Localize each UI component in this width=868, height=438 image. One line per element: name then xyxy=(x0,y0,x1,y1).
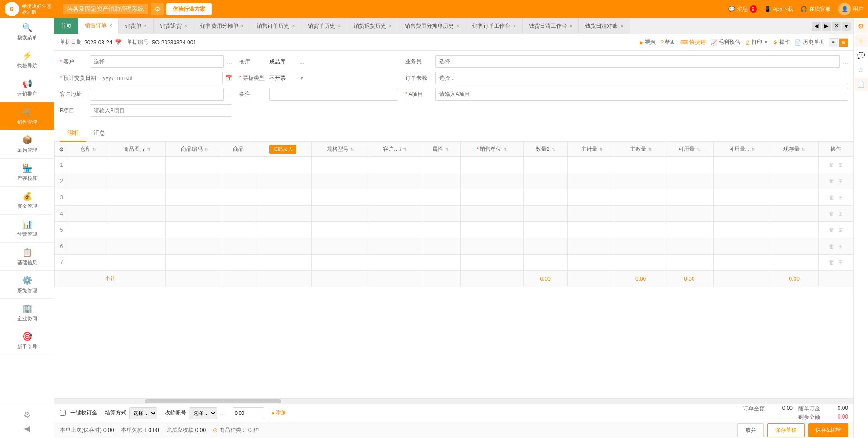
row-3-available-qty2[interactable] xyxy=(714,189,770,206)
row-6-main-unit[interactable] xyxy=(568,238,616,255)
row-5-properties[interactable] xyxy=(421,222,461,238)
add-button[interactable]: ● 添加 xyxy=(272,409,286,417)
row-6-product[interactable] xyxy=(223,238,254,255)
row-7-copy-icon[interactable]: ⊞ xyxy=(838,259,843,265)
discard-button[interactable]: 放弃 xyxy=(737,423,764,437)
row-4-product-img[interactable] xyxy=(108,206,165,222)
row-5-main-unit[interactable] xyxy=(568,222,616,238)
sidebar-item-purchase[interactable]: 📦 采购管理 xyxy=(0,130,54,159)
sort-product-img-icon[interactable]: ⇅ xyxy=(147,147,150,152)
row-2-spec[interactable] xyxy=(311,173,369,189)
row-3-product-img[interactable] xyxy=(108,189,165,206)
notes-input[interactable] xyxy=(269,88,398,101)
tab-sales-order[interactable]: 销售订单 × xyxy=(78,18,119,34)
row-4-available-qty2[interactable] xyxy=(714,206,770,222)
calendar-icon[interactable]: 📅 xyxy=(115,39,121,46)
th-main-qty[interactable]: 主数量 ⇅ xyxy=(616,142,665,157)
tab-close-all-btn[interactable]: ✕ xyxy=(832,22,841,31)
amount-input[interactable] xyxy=(233,407,264,419)
row-3-customer-code[interactable] xyxy=(369,189,421,206)
tab-prev-btn[interactable]: ◀ xyxy=(812,22,821,31)
tab-cash-daily-reconcile[interactable]: 钱货日清对账 × xyxy=(579,18,630,34)
sort-properties-icon[interactable]: ⇅ xyxy=(445,147,449,152)
sidebar-item-guide[interactable]: 🎯 新手引导 xyxy=(0,327,54,355)
message-item[interactable]: 💬 消息 9 xyxy=(728,5,757,13)
row-1-copy-icon[interactable]: ⊞ xyxy=(838,162,843,168)
row-7-product[interactable] xyxy=(223,255,254,271)
th-properties[interactable]: 属性 ⇅ xyxy=(421,142,461,157)
row-5-available-qty2[interactable] xyxy=(714,222,770,238)
row-1-spec[interactable] xyxy=(311,157,369,173)
table-scrollbar[interactable] xyxy=(54,398,853,404)
row-4-copy-icon[interactable]: ⊞ xyxy=(838,211,843,217)
row-4-product[interactable] xyxy=(223,206,254,222)
tab-summary[interactable]: 汇总 xyxy=(86,125,112,142)
row-7-warehouse[interactable] xyxy=(68,255,108,271)
save-new-button[interactable]: 保存&新增 xyxy=(808,423,848,437)
th-available-qty2[interactable]: 可用量... ⇅ xyxy=(714,142,770,157)
sort-main-qty-icon[interactable]: ⇅ xyxy=(648,147,652,152)
row-3-quantity2[interactable] xyxy=(523,189,568,206)
row-1-main-unit[interactable] xyxy=(568,157,616,173)
row-5-main-qty[interactable] xyxy=(616,222,665,238)
customer-input[interactable] xyxy=(90,55,224,68)
row-7-available-qty2[interactable] xyxy=(714,255,770,271)
row-1-stock-qty[interactable] xyxy=(770,157,818,173)
tab-close-sales-return-history[interactable]: × xyxy=(338,24,340,29)
row-1-main-qty[interactable] xyxy=(616,157,665,173)
sort-available-qty2-icon[interactable]: ⇅ xyxy=(752,147,755,152)
toolbar-help-btn[interactable]: ? 帮助 xyxy=(660,39,676,46)
row-7-available-qty[interactable] xyxy=(665,255,713,271)
row-4-customer-code[interactable] xyxy=(369,206,421,222)
tab-close-sales-return[interactable]: × xyxy=(144,24,147,29)
tab-home[interactable]: 首页 xyxy=(54,18,78,34)
row-2-copy-icon[interactable]: ⊞ xyxy=(838,178,843,184)
row-6-main-qty[interactable] xyxy=(616,238,665,255)
tab-menu-btn[interactable]: ▼ xyxy=(842,22,851,31)
row-6-spec[interactable] xyxy=(311,238,369,255)
row-5-product-img[interactable] xyxy=(108,222,165,238)
salesperson-input[interactable] xyxy=(435,55,840,68)
row-3-main-unit[interactable] xyxy=(568,189,616,206)
row-7-product-code[interactable] xyxy=(165,255,223,271)
sidebar-item-inventory[interactable]: 🏪 库存核算 xyxy=(0,159,54,187)
scroll-thumb[interactable] xyxy=(145,399,281,403)
row-7-spec[interactable] xyxy=(311,255,369,271)
row-4-quantity2[interactable] xyxy=(523,206,568,222)
row-7-quantity2[interactable] xyxy=(523,255,568,271)
payment-method-select[interactable]: 选择... xyxy=(129,407,157,419)
sidebar-settings-icon[interactable]: ⚙ xyxy=(24,410,31,420)
row-4-main-qty[interactable] xyxy=(616,206,665,222)
right-panel-star-icon[interactable]: ☆ xyxy=(855,63,868,76)
row-1-sales-unit[interactable] xyxy=(461,157,523,173)
sort-warehouse-icon[interactable]: ⇅ xyxy=(92,147,96,152)
delivery-date-input[interactable] xyxy=(99,72,223,84)
row-5-stock-qty[interactable] xyxy=(770,222,818,238)
th-available-qty[interactable]: 可用量 ⇅ xyxy=(665,142,713,157)
th-main-unit[interactable]: 主计量 ⇅ xyxy=(568,142,616,157)
row-1-product-code[interactable] xyxy=(165,157,223,173)
row-6-sales-unit[interactable] xyxy=(461,238,523,255)
row-2-available-qty[interactable] xyxy=(665,173,713,189)
row-4-spec[interactable] xyxy=(311,206,369,222)
row-7-properties[interactable] xyxy=(421,255,461,271)
delivery-date-calendar-icon[interactable]: 📅 xyxy=(225,75,232,81)
sort-quantity2-icon[interactable]: ⇅ xyxy=(552,147,555,152)
row-2-product-code[interactable] xyxy=(165,173,223,189)
sort-spec-icon[interactable]: ⇅ xyxy=(350,147,354,152)
row-1-available-qty2[interactable] xyxy=(714,157,770,173)
sort-product-code-icon[interactable]: ⇅ xyxy=(204,147,208,152)
row-6-properties[interactable] xyxy=(421,238,461,255)
row-5-available-qty[interactable] xyxy=(665,222,713,238)
row-4-properties[interactable] xyxy=(421,206,461,222)
tab-close-sales-refund-history[interactable]: × xyxy=(389,24,392,29)
row-5-copy-icon[interactable]: ⊞ xyxy=(838,227,843,233)
tab-close-sales-order[interactable]: × xyxy=(109,23,112,28)
row-6-product-code[interactable] xyxy=(165,238,223,255)
toolbar-history-btn[interactable]: 📄 历史单据 xyxy=(795,39,824,46)
customer-dots-btn[interactable]: ... xyxy=(227,58,232,65)
tab-close-sales-fee-split-history[interactable]: × xyxy=(456,24,459,29)
toolbar-shortcut-btn[interactable]: ⌨ 快捷键 xyxy=(680,39,706,46)
tab-sales-refund-history[interactable]: 销货退货历史 × xyxy=(347,18,398,34)
customer-code-info-icon[interactable]: ℹ xyxy=(399,147,401,152)
